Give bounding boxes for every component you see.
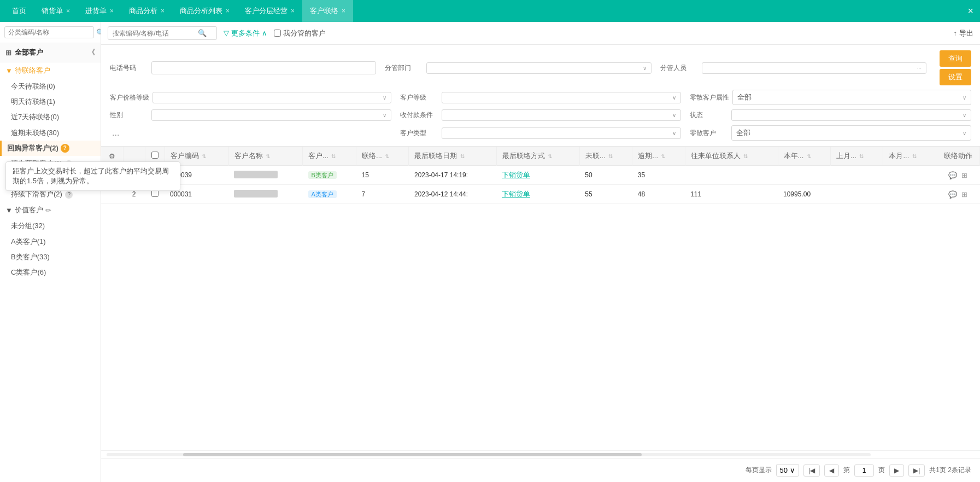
last-page-button[interactable]: ▶| (908, 464, 925, 477)
query-button[interactable]: 查询 (940, 50, 971, 67)
sidebar-all-customers[interactable]: ⊞ 全部客户 《 (0, 43, 101, 62)
nav-customer-contact[interactable]: 客户联络 × (302, 0, 353, 22)
th-overdue[interactable]: 逾期... ⇅ (632, 147, 685, 166)
price-level-select[interactable]: ∨ (152, 92, 391, 103)
prev-page-button[interactable]: ◀ (824, 464, 839, 477)
phone-input[interactable] (151, 61, 376, 74)
td-row2-last-method[interactable]: 下销货单 (496, 185, 579, 204)
row1-contact-icon[interactable]: 💬 (948, 171, 957, 179)
total-records-label: 共1页 2条记录 (929, 466, 971, 475)
nav-product-list-close[interactable]: × (226, 7, 230, 15)
nav-product-analysis-close[interactable]: × (161, 7, 165, 15)
nav-purchase-close[interactable]: × (110, 7, 114, 15)
sidebar-search-icon[interactable]: 🔍 (96, 28, 101, 37)
sidebar-repurchase-abnormal[interactable]: 回购异常客户(2) ? (0, 141, 101, 156)
th-unit-contact[interactable]: 往来单位联系人 ⇅ (685, 147, 778, 166)
retail-customer-select[interactable]: 全部 ∨ (731, 125, 971, 141)
page-number-input[interactable] (854, 464, 874, 477)
sidebar-c-class[interactable]: C类客户(6) (0, 265, 101, 280)
page-unit-label: 页 (878, 466, 885, 475)
nav-product-list[interactable]: 商品分析列表 × (172, 0, 237, 22)
nav-purchase[interactable]: 进货单 × (78, 0, 121, 22)
window-close-button[interactable]: × (967, 5, 973, 17)
per-page-select[interactable]: 50 ∨ (776, 464, 799, 477)
td-row2-this-month (883, 185, 936, 204)
select-all-checkbox[interactable] (151, 152, 159, 159)
td-row1-last-method[interactable]: 下销货单 (496, 166, 579, 185)
th-uncontacted[interactable]: 未联... ⇅ (579, 147, 632, 166)
main-layout: 🔍 ⊞ 全部客户 《 ▼ 待联络客户 今天待联络(0) 明天待联络(1) 近7天… (0, 22, 980, 482)
gender-chevron: ∨ (383, 112, 386, 118)
sidebar-pending-group[interactable]: ▼ 待联络客户 (0, 62, 101, 79)
this-year-sort-icon: ⇅ (807, 153, 811, 159)
th-contact[interactable]: 联络... ⇅ (356, 147, 409, 166)
sidebar-value-customers[interactable]: ▼ 价值客户 ✏ (0, 202, 101, 218)
payment-select[interactable]: ∨ (442, 109, 682, 121)
sidebar-today-pending[interactable]: 今天待联络(0) (0, 79, 101, 94)
horizontal-scrollbar[interactable] (101, 450, 980, 458)
td-row1-uncontacted: 50 (579, 166, 632, 185)
customer-level-select[interactable]: ∨ (442, 92, 682, 103)
nav-sales-close[interactable]: × (66, 7, 70, 15)
dots-button[interactable]: ... (110, 128, 121, 138)
export-icon: ↑ (954, 29, 958, 37)
unit-contact-sort-icon: ⇅ (743, 153, 748, 159)
filter-row-1: 电话号码 分管部门 ∨ 分管人员 ··· (110, 50, 971, 85)
th-this-month[interactable]: 本月... ⇅ (883, 147, 936, 166)
th-name[interactable]: 客户名称 ⇅ (228, 147, 303, 166)
dept-label: 分管部门 (385, 63, 423, 73)
settings-button[interactable]: 设置 (940, 69, 971, 85)
sidebar-7day-pending[interactable]: 近7天待联络(0) (0, 109, 101, 125)
sidebar-search-input[interactable] (4, 26, 94, 38)
manager-select[interactable]: ··· (702, 62, 926, 74)
sidebar-tomorrow-pending[interactable]: 明天待联络(1) (0, 94, 101, 109)
gender-select[interactable]: ∨ (151, 109, 391, 121)
pagination: 每页显示 50 ∨ |◀ ◀ 第 页 ▶ ▶| 共1页 2条记录 (101, 458, 980, 482)
th-this-year[interactable]: 本年... ⇅ (778, 147, 830, 166)
value-edit-icon[interactable]: ✏ (45, 206, 51, 214)
customer-type-select[interactable]: ∨ (442, 127, 682, 139)
td-row1-level: B类客户 (303, 166, 356, 185)
row1-last-method-link[interactable]: 下销货单 (502, 171, 530, 179)
nav-customer-segment-close[interactable]: × (291, 7, 295, 15)
th-level[interactable]: 客户... ⇅ (303, 147, 356, 166)
manager-label: 分管人员 (660, 63, 699, 73)
my-customers-checkbox[interactable]: 我分管的客户 (274, 28, 326, 38)
sidebar-ungrouped[interactable]: 未分组(32) (0, 218, 101, 234)
sidebar-b-class[interactable]: B类客户(33) (0, 249, 101, 265)
status-chevron: ∨ (963, 112, 966, 118)
th-last-method[interactable]: 最后联络方式 ⇅ (496, 147, 579, 166)
row2-contact-icon[interactable]: 💬 (948, 190, 957, 199)
filter-retail-customer-field: 零散客户 全部 ∨ (690, 125, 971, 141)
search-box[interactable]: 🔍 (108, 26, 217, 40)
th-action: 联络动作 (936, 147, 980, 166)
retail-attr-select[interactable]: 全部 ∨ (732, 90, 971, 105)
th-last-month[interactable]: 上月... ⇅ (830, 147, 883, 166)
nav-customer-segment[interactable]: 客户分层经营 × (237, 0, 302, 22)
nav-customer-contact-close[interactable]: × (342, 7, 345, 15)
more-conditions-button[interactable]: ▽ 更多条件 ∧ (224, 28, 267, 38)
arrow-value-icon: ▼ (5, 206, 13, 214)
next-page-button[interactable]: ▶ (889, 464, 904, 477)
my-customers-check-input[interactable] (274, 30, 281, 37)
search-input[interactable] (113, 30, 195, 37)
action-buttons: 查询 设置 (940, 50, 971, 85)
row2-detail-icon[interactable]: ⊞ (961, 190, 967, 199)
filter-phone-field: 电话号码 (110, 61, 376, 74)
dept-select[interactable]: ∨ (426, 62, 651, 74)
th-last-date[interactable]: 最后联络日期 ⇅ (409, 147, 496, 166)
first-page-button[interactable]: |◀ (803, 464, 820, 477)
export-button[interactable]: ↑ 导出 (954, 28, 974, 38)
search-box-icon[interactable]: 🔍 (198, 29, 207, 37)
arrow-down-icon: ▼ (5, 67, 13, 75)
nav-product-analysis[interactable]: 商品分析 × (121, 0, 172, 22)
scrollbar-thumb[interactable] (183, 453, 642, 456)
status-select[interactable]: ∨ (731, 109, 971, 121)
sidebar-overdue-contact[interactable]: 逾期未联络(30) (0, 125, 101, 141)
nav-sales[interactable]: 销货单 × (34, 0, 78, 22)
top-nav: 首页 销货单 × 进货单 × 商品分析 × 商品分析列表 × 客户分层经营 × … (0, 0, 980, 22)
row2-last-method-link[interactable]: 下销货单 (502, 190, 530, 198)
row1-detail-icon[interactable]: ⊞ (961, 171, 967, 179)
nav-home[interactable]: 首页 (4, 0, 34, 22)
sidebar-a-class[interactable]: A类客户(1) (0, 234, 101, 249)
